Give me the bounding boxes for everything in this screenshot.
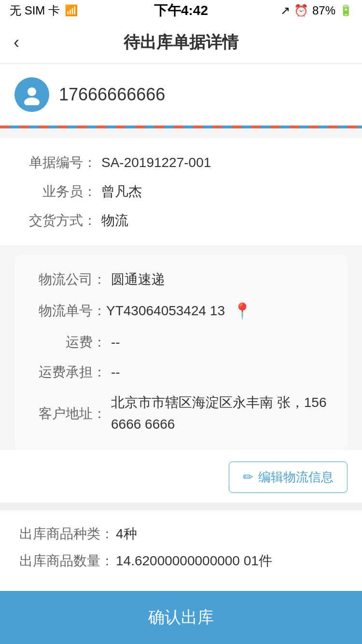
battery-text: 87% [312, 4, 335, 17]
goods-types-label: 出库商品种类： [19, 525, 116, 543]
freight-bear-row: 运费承担： -- [29, 362, 333, 382]
logistics-company-row: 物流公司： 圆通速递 [29, 269, 333, 290]
wifi-icon: 📶 [65, 4, 78, 17]
address-label: 客户地址： [29, 404, 106, 424]
status-left: 无 SIM 卡 📶 [10, 3, 78, 18]
order-number-row: 单据编号： SA-20191227-001 [19, 153, 343, 173]
section-divider [0, 503, 362, 510]
address-row: 客户地址： 北京市市辖区海淀区永丰南 张，156 6666 6666 [29, 392, 333, 435]
dashed-divider [0, 126, 362, 128]
carrier-text: 无 SIM 卡 [10, 3, 60, 18]
tracking-value-row: YT43064053424 13 📍 [106, 299, 252, 322]
back-button[interactable]: ‹ [14, 32, 19, 53]
edit-button-label: 编辑物流信息 [258, 469, 334, 486]
salesperson-row: 业务员： 曾凡杰 [19, 182, 343, 202]
edit-logistics-button[interactable]: ✏ 编辑物流信息 [229, 462, 348, 493]
tracking-location-icon[interactable]: 📍 [233, 299, 252, 322]
goods-quantity-row: 出库商品数量： 14.62000000000000 01件 [19, 552, 343, 570]
freight-row: 运费： -- [29, 332, 333, 352]
alarm-icon: ⏰ [294, 4, 308, 17]
salesperson-label: 业务员： [19, 182, 97, 202]
logistics-company-label: 物流公司： [29, 269, 106, 290]
tracking-row: 物流单号： YT43064053424 13 📍 [29, 299, 333, 322]
location-status-icon: ↗ [280, 4, 290, 17]
delivery-value: 物流 [101, 210, 343, 231]
status-bar: 无 SIM 卡 📶 下午4:42 ↗ ⏰ 87% 🔋 [0, 0, 362, 21]
edit-button-row: ✏ 编辑物流信息 [0, 450, 362, 503]
order-info-section: 单据编号： SA-20191227-001 业务员： 曾凡杰 交货方式： 物流 [0, 138, 362, 245]
customer-phone: 17666666666 [59, 84, 165, 105]
svg-point-1 [24, 98, 40, 105]
logistics-card: 物流公司： 圆通速递 物流单号： YT43064053424 13 📍 运费： … [14, 255, 348, 450]
status-right: ↗ ⏰ 87% 🔋 [280, 4, 352, 17]
salesperson-value: 曾凡杰 [101, 182, 343, 202]
status-time: 下午4:42 [154, 1, 208, 20]
goods-types-row: 出库商品种类： 4种 [19, 525, 343, 543]
customer-avatar [14, 77, 49, 112]
confirm-outbound-button[interactable]: 确认出库 [148, 606, 214, 629]
tracking-label: 物流单号： [29, 301, 106, 321]
delivery-label: 交货方式： [19, 210, 97, 231]
delivery-row: 交货方式： 物流 [19, 210, 343, 231]
edit-icon: ✏ [243, 470, 253, 485]
tracking-number: YT43064053424 13 [106, 301, 225, 321]
order-number-value: SA-20191227-001 [101, 153, 343, 173]
goods-types-value: 4种 [116, 525, 343, 543]
svg-point-0 [28, 87, 36, 96]
address-value: 北京市市辖区海淀区永丰南 张，156 6666 6666 [111, 392, 333, 435]
freight-label: 运费： [29, 332, 106, 352]
logistics-company-value: 圆通速递 [111, 269, 333, 290]
page-title: 待出库单据详情 [124, 31, 238, 54]
nav-bar: ‹ 待出库单据详情 [0, 21, 362, 64]
avatar-icon [21, 84, 42, 105]
goods-quantity-value: 14.62000000000000 01件 [116, 552, 343, 570]
bottom-bar: 确认出库 [0, 591, 362, 644]
freight-bear-value: -- [111, 362, 333, 382]
main-content: 17666666666 单据编号： SA-20191227-001 业务员： 曾… [0, 64, 362, 644]
battery-icon: 🔋 [339, 4, 352, 17]
goods-quantity-label: 出库商品数量： [19, 552, 116, 570]
goods-section: 出库商品种类： 4种 出库商品数量： 14.62000000000000 01件 [0, 510, 362, 585]
freight-bear-label: 运费承担： [29, 362, 106, 382]
freight-value: -- [111, 332, 333, 352]
order-number-label: 单据编号： [19, 153, 97, 173]
customer-header: 17666666666 [0, 64, 362, 126]
